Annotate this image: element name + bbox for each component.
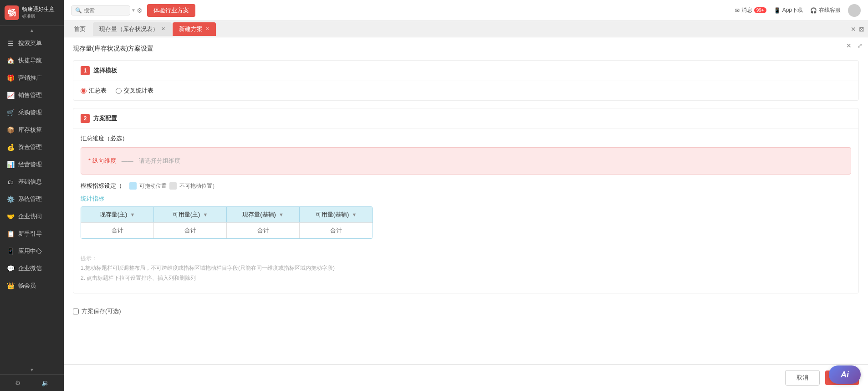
hint-2: 2. 点击标题栏下拉可设置排序、插入列和删除列 bbox=[81, 273, 851, 283]
col-2-dropdown[interactable]: ▼ bbox=[203, 212, 208, 217]
sidebar-item-newuser[interactable]: 📋 新手引导 bbox=[0, 225, 64, 242]
expand-panel-button[interactable]: ⤢ bbox=[855, 41, 864, 50]
tab-inventory[interactable]: 现存量（库存状况表） ✕ bbox=[93, 22, 172, 36]
tab-expand-icon[interactable]: ⊠ bbox=[859, 26, 864, 33]
gear-icon: ⚙️ bbox=[6, 195, 15, 203]
ai-float-button[interactable]: Ai bbox=[829, 365, 861, 384]
close-panel-button[interactable]: ✕ bbox=[844, 41, 853, 50]
sound-icon[interactable]: 🔉 bbox=[41, 379, 49, 386]
messages-item[interactable]: ✉ 消息 99+ bbox=[735, 6, 766, 14]
drag-legend-box bbox=[129, 182, 137, 190]
step1-header: 1 选择模板 bbox=[73, 61, 858, 81]
tab-inventory-close[interactable]: ✕ bbox=[161, 26, 165, 32]
page-title: 现存量(库存状况表)方案设置 bbox=[73, 45, 859, 53]
gift-icon: 🎁 bbox=[6, 74, 15, 82]
stats-col-1-header[interactable]: 现存量(主) ▼ bbox=[81, 207, 154, 222]
non-draggable-legend-label: 不可拖动位置） bbox=[179, 182, 218, 190]
stats-body-row: 合计 合计 合计 合计 bbox=[81, 222, 373, 238]
sidebar-item-label: 采购管理 bbox=[18, 108, 42, 117]
dimension-placeholder: 请选择分组维度 bbox=[139, 157, 180, 165]
sidebar-item-inventory[interactable]: 📦 库存核算 bbox=[0, 121, 64, 139]
template-option-summary[interactable]: 汇总表 bbox=[81, 87, 107, 95]
vertical-dimension-label: * 纵向维度 bbox=[88, 157, 116, 165]
sales-icon: 📈 bbox=[6, 91, 15, 99]
messages-badge: 99+ bbox=[754, 7, 766, 13]
sidebar-item-search[interactable]: ☰ 搜索菜单 bbox=[0, 35, 64, 52]
headset-icon: 🎧 bbox=[810, 7, 817, 14]
col-1-dropdown[interactable]: ▼ bbox=[130, 212, 135, 217]
search-icon: 🔍 bbox=[75, 7, 82, 14]
tab-new-plan-label: 新建方案 bbox=[179, 25, 203, 33]
sidebar-item-enterprise[interactable]: 🤝 企业协同 bbox=[0, 208, 64, 225]
sidebar-item-label: 企业协同 bbox=[18, 212, 42, 221]
sidebar-scroll-down[interactable]: ▼ bbox=[0, 365, 64, 374]
topbar-search-box[interactable]: 🔍 ▼ bbox=[71, 5, 130, 15]
settings-icon[interactable]: ⚙ bbox=[15, 379, 21, 386]
tab-home[interactable]: 首页 bbox=[67, 22, 92, 36]
sidebar-item-label: 系统管理 bbox=[18, 195, 42, 203]
logo-icon: 畅 bbox=[5, 5, 19, 20]
tab-close-all-icon[interactable]: ✕ bbox=[851, 26, 856, 33]
col-4-dropdown[interactable]: ▼ bbox=[352, 212, 357, 217]
online-service-item[interactable]: 🎧 在线客服 bbox=[810, 6, 841, 14]
sidebar-item-shortcuts[interactable]: 🏠 快捷导航 bbox=[0, 52, 64, 69]
sidebar-item-sales[interactable]: 📈 销售管理 bbox=[0, 87, 64, 104]
step1-badge: 1 bbox=[81, 66, 90, 75]
hint-1: 1.拖动标题栏可以调整布局，不可跨维度或指标区域拖动栏目字段(只能在同一维度或指… bbox=[81, 263, 851, 273]
sidebar-bottom: ⚙ 🔉 bbox=[0, 374, 64, 391]
sidebar-item-purchase[interactable]: 🛒 采购管理 bbox=[0, 104, 64, 121]
save-checkbox[interactable] bbox=[73, 309, 79, 314]
dimension-area[interactable]: * 纵向维度 —— 请选择分组维度 bbox=[81, 147, 851, 175]
sidebar-nav: ☰ 搜索菜单 🏠 快捷导航 🎁 营销推广 📈 销售管理 🛒 采购管理 📦 库存核… bbox=[0, 35, 64, 365]
stats-col-4-header[interactable]: 可用量(基辅) ▼ bbox=[300, 207, 373, 222]
tab-inventory-label: 现存量（库存状况表） bbox=[99, 25, 158, 33]
sidebar-item-label: 快捷导航 bbox=[18, 57, 42, 65]
sidebar-item-membership[interactable]: 👑 畅会员 bbox=[0, 277, 64, 294]
app-download-item[interactable]: 📱 App下载 bbox=[774, 6, 803, 14]
save-option: 方案保存(可选) bbox=[73, 301, 859, 318]
hints: 提示： 1.拖动标题栏可以调整布局，不可跨维度或指标区域拖动栏目字段(只能在同一… bbox=[81, 250, 851, 288]
app-edition: 标准版 bbox=[22, 13, 55, 20]
sidebar-item-operations[interactable]: 📊 经营管理 bbox=[0, 156, 64, 173]
stats-col-2-header[interactable]: 可用量(主) ▼ bbox=[154, 207, 227, 222]
message-icon: ✉ bbox=[735, 7, 740, 14]
template-option-cross[interactable]: 交叉统计表 bbox=[116, 87, 153, 95]
topbar-right: ✉ 消息 99+ 📱 App下载 🎧 在线客服 bbox=[735, 4, 861, 17]
hints-label: 提示： bbox=[81, 255, 851, 262]
tab-new-plan-close[interactable]: ✕ bbox=[205, 26, 209, 32]
app-logo: 畅 畅康通好生意 标准版 bbox=[0, 0, 64, 26]
search-input[interactable] bbox=[84, 7, 129, 14]
stats-col-3-header[interactable]: 现存量(基辅) ▼ bbox=[227, 207, 300, 222]
sidebar-item-marketing[interactable]: 🎁 营销推广 bbox=[0, 69, 64, 87]
step2-badge: 2 bbox=[81, 114, 90, 123]
draggable-legend-label: 可拖动位置 bbox=[139, 182, 167, 190]
template-select: 汇总表 交叉统计表 bbox=[73, 81, 858, 100]
sidebar-item-system[interactable]: ⚙️ 系统管理 bbox=[0, 190, 64, 208]
tab-new-plan[interactable]: 新建方案 ✕ bbox=[173, 22, 216, 36]
sidebar: 畅 畅康通好生意 标准版 ▲ ☰ 搜索菜单 🏠 快捷导航 🎁 营销推广 📈 销售… bbox=[0, 0, 64, 391]
sidebar-scroll-up[interactable]: ▲ bbox=[0, 26, 64, 35]
wechat-icon: 💬 bbox=[6, 264, 15, 273]
avatar[interactable] bbox=[848, 4, 861, 17]
app-download-label: App下载 bbox=[782, 6, 803, 14]
save-option-label: 方案保存(可选) bbox=[82, 307, 121, 315]
cancel-button[interactable]: 取消 bbox=[785, 370, 820, 386]
stats-table: 现存量(主) ▼ 可用量(主) ▼ 现存量(基辅) ▼ 可用量(基辅) bbox=[81, 206, 373, 239]
sidebar-item-label: 应用中心 bbox=[18, 247, 42, 255]
col-3-dropdown[interactable]: ▼ bbox=[279, 212, 284, 217]
panel-controls: ✕ ⤢ bbox=[841, 37, 868, 54]
handshake-icon: 🤝 bbox=[6, 212, 15, 221]
topbar-gear-icon[interactable]: ⚙ bbox=[137, 7, 143, 14]
template-radio-cross[interactable] bbox=[116, 88, 122, 94]
sidebar-item-wechat[interactable]: 💬 企业微信 bbox=[0, 260, 64, 277]
sidebar-item-basics[interactable]: 🗂 基础信息 bbox=[0, 173, 64, 190]
sidebar-item-appstore[interactable]: 📱 应用中心 bbox=[0, 242, 64, 260]
template-radio-summary[interactable] bbox=[81, 88, 87, 94]
stats-header-row: 现存量(主) ▼ 可用量(主) ▼ 现存量(基辅) ▼ 可用量(基辅) bbox=[81, 207, 373, 222]
sidebar-item-finance[interactable]: 💰 资金管理 bbox=[0, 139, 64, 156]
main-area: 🔍 ▼ ⚙ 体验行业方案 ✉ 消息 99+ 📱 App下载 🎧 在线客服 bbox=[64, 0, 868, 391]
trial-button[interactable]: 体验行业方案 bbox=[147, 4, 195, 17]
guide-icon: 📋 bbox=[6, 230, 15, 238]
sidebar-item-label: 营销推广 bbox=[18, 74, 42, 82]
dimension-label: 汇总维度（必选） bbox=[81, 134, 851, 143]
